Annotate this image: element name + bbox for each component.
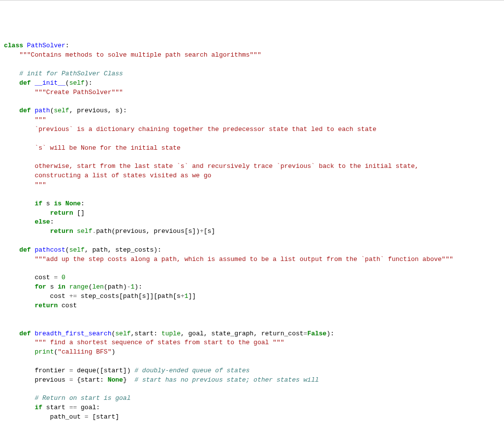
- keyword-return: return: [34, 302, 58, 309]
- code-block: class PathSolver: """Contains methods to…: [4, 42, 453, 423]
- minus-op: -: [127, 283, 131, 291]
- docstring: """Contains methods to solve multiple pa…: [19, 51, 261, 59]
- code-text: }: [123, 376, 134, 384]
- method-call: path: [96, 228, 111, 235]
- keyword-in: in: [58, 283, 65, 291]
- code-text: cost: [58, 302, 77, 309]
- docstring-line: `previous` is a dictionary chaining toge…: [4, 126, 377, 133]
- code-text: ):: [134, 283, 142, 291]
- self-param: self: [115, 330, 130, 337]
- builtin-len: len: [92, 283, 103, 291]
- func-name-pathcost: pathcost: [34, 246, 65, 254]
- keyword-def: def: [19, 246, 31, 254]
- docstring-line: otherwise, start from the last state `s`…: [4, 163, 419, 170]
- eq-op: =: [85, 413, 89, 421]
- code-text: ): [111, 348, 115, 356]
- code-text: {start:: [73, 376, 107, 384]
- code-text: []: [73, 209, 84, 217]
- docstring-open: """: [34, 116, 46, 124]
- keyword-if: if: [34, 200, 42, 207]
- docstring-line: constructing a list of states visited as…: [4, 172, 211, 179]
- builtin-print: print: [34, 348, 54, 356]
- keyword-def: def: [19, 330, 31, 337]
- builtin-range: range: [69, 283, 89, 291]
- comment: # doubly-ended queue of states: [134, 367, 250, 374]
- class-name: PathSolver: [27, 42, 65, 49]
- keyword-is: is: [54, 200, 62, 207]
- self-ref: self: [77, 228, 92, 235]
- func-name-init: __init__: [34, 79, 65, 87]
- self-param: self: [54, 107, 69, 114]
- code-text: start: [42, 404, 69, 411]
- code-text: ]]: [189, 293, 196, 300]
- code-text: path_out: [4, 413, 85, 421]
- docstring: """add up the step costs along a path, w…: [34, 256, 453, 263]
- plus-op: +: [181, 293, 185, 300]
- keyword-if: if: [34, 404, 42, 411]
- code-text: cost: [4, 293, 69, 300]
- code-text: cost: [4, 274, 54, 281]
- code-text: step_costs[path[s]][path[s: [77, 293, 181, 300]
- eqeq-op: ==: [69, 404, 77, 411]
- func-name-bfs: breadth_first_search: [34, 330, 111, 337]
- params: , previous, s):: [69, 107, 127, 114]
- keyword-else: else: [34, 218, 50, 226]
- keyword-for: for: [34, 283, 46, 291]
- builtin-tuple: tuple: [161, 330, 181, 337]
- keyword-return: return: [50, 209, 73, 217]
- code-text: [start]: [89, 413, 119, 421]
- docstring-close: """: [4, 181, 46, 189]
- num-zero: 0: [62, 274, 65, 281]
- code-text: s: [46, 283, 58, 291]
- self-param: self: [69, 79, 85, 87]
- keyword-def: def: [19, 79, 31, 87]
- comment: # start has no previous state; other sta…: [134, 376, 318, 384]
- eq-op: =: [54, 274, 58, 281]
- code-text: s: [42, 200, 54, 207]
- pluseq-op: +=: [69, 293, 77, 300]
- keyword-class: class: [4, 42, 23, 49]
- func-name-path: path: [34, 107, 50, 114]
- const-none: None: [108, 376, 123, 384]
- code-text: frontier: [4, 367, 69, 374]
- code-text: goal:: [77, 404, 100, 411]
- code-text: [s]: [204, 228, 215, 235]
- code-text: , goal, state_graph, return_cost: [181, 330, 304, 337]
- const-none: None: [65, 200, 81, 207]
- comment: # init for PathSolver Class: [19, 70, 123, 77]
- keyword-def: def: [19, 107, 31, 114]
- comment: # Return on start is goal: [34, 394, 130, 402]
- code-text: ,start:: [131, 330, 161, 337]
- code-text: deque([start]): [73, 367, 134, 374]
- code-text: (path): [104, 283, 127, 291]
- docstring-line: `s` will be None for the initial state: [4, 144, 181, 152]
- num-one: 1: [185, 293, 189, 300]
- docstring: """Create PathSolver""": [34, 89, 123, 96]
- self-param: self: [69, 246, 85, 254]
- docstring: """ find a shortest sequence of states f…: [34, 339, 284, 346]
- keyword-return: return: [50, 228, 73, 235]
- params: , path, step_costs):: [85, 246, 161, 254]
- const-false: False: [307, 330, 326, 337]
- string-literal: "calliing BFS": [58, 348, 111, 356]
- code-text: ):: [326, 330, 334, 337]
- code-text: previous: [4, 376, 69, 384]
- code-text: (previous, previous[s]): [112, 228, 200, 235]
- plus-op: +: [200, 228, 204, 235]
